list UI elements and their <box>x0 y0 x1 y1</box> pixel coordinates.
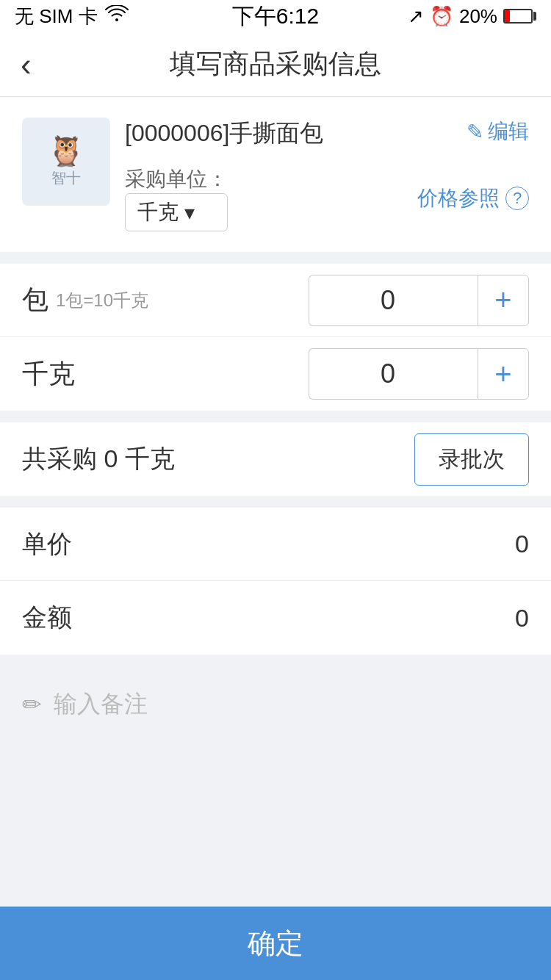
question-icon: ? <box>505 187 529 210</box>
input-label-bao: 包 <box>22 282 48 318</box>
pencil-icon: ✏ <box>22 691 42 718</box>
status-bar-left: 无 SIM 卡 <box>15 4 129 29</box>
number-input-bao: + <box>309 275 529 326</box>
carrier-label: 无 SIM 卡 <box>15 4 98 29</box>
bao-quantity-field[interactable] <box>309 275 478 326</box>
wifi-icon <box>105 5 129 28</box>
product-header: [0000006]手撕面包 ✎ 编辑 <box>125 118 529 150</box>
unit-label-wrap: 采购单位： 千克 ▾ <box>125 165 228 231</box>
product-card: 🦉 智十 [0000006]手撕面包 ✎ 编辑 采购单位： 千克 ▾ 价格参照 … <box>0 97 551 252</box>
unit-price-value: 0 <box>515 530 529 558</box>
location-icon: ↗ <box>408 5 424 28</box>
edit-label: 编辑 <box>488 118 529 145</box>
product-name: [0000006]手撕面包 <box>125 118 323 150</box>
input-row-bao: 包 1包=10千克 + <box>0 264 551 337</box>
remark-placeholder: 输入备注 <box>54 688 148 721</box>
amount-label: 金额 <box>22 601 72 635</box>
bao-plus-button[interactable]: + <box>478 275 529 326</box>
nav-bar: ‹ 填写商品采购信息 <box>0 32 551 97</box>
section-divider-1 <box>0 252 551 264</box>
status-bar-right: ↗ ⏰ 20% <box>408 5 536 28</box>
price-row-amount: 金额 0 <box>0 581 551 655</box>
page-title: 填写商品采购信息 <box>170 46 381 82</box>
status-bar: 无 SIM 卡 下午6:12 ↗ ⏰ 20% <box>0 0 551 32</box>
product-thumbnail: 🦉 智十 <box>22 118 110 206</box>
number-input-kg: + <box>309 348 529 400</box>
edit-button[interactable]: ✎ 编辑 <box>467 118 529 145</box>
section-divider-4 <box>0 655 551 666</box>
price-row-unit: 单价 0 <box>0 508 551 581</box>
section-divider-2 <box>0 411 551 422</box>
chevron-down-icon: ▾ <box>184 201 195 225</box>
unit-label: 采购单位： <box>125 167 228 190</box>
price-ref-label: 价格参照 <box>417 184 500 212</box>
remark-section[interactable]: ✏ 输入备注 <box>0 666 551 743</box>
product-info: [0000006]手撕面包 ✎ 编辑 采购单位： 千克 ▾ 价格参照 ? <box>125 118 529 231</box>
alarm-icon: ⏰ <box>430 5 453 28</box>
unit-price-label: 单价 <box>22 527 72 561</box>
amount-value: 0 <box>515 604 529 633</box>
summary-row: 共采购 0 千克 录批次 <box>0 422 551 496</box>
summary-text: 共采购 0 千克 <box>22 442 175 476</box>
back-button[interactable]: ‹ <box>21 48 32 81</box>
edit-icon: ✎ <box>467 120 483 144</box>
input-row-kg: 千克 + <box>0 337 551 411</box>
input-sub-bao: 1包=10千克 <box>56 289 148 312</box>
price-section: 单价 0 金额 0 <box>0 508 551 655</box>
price-reference-button[interactable]: 价格参照 ? <box>417 184 529 212</box>
unit-value: 千克 <box>137 198 179 226</box>
section-divider-3 <box>0 496 551 508</box>
battery-icon <box>503 9 536 24</box>
unit-select-dropdown[interactable]: 千克 ▾ <box>125 193 228 231</box>
input-section: 包 1包=10千克 + 千克 + <box>0 264 551 411</box>
product-thumb-text: 智十 <box>51 168 81 188</box>
kg-plus-button[interactable]: + <box>478 348 529 400</box>
status-bar-time: 下午6:12 <box>232 1 319 32</box>
kg-quantity-field[interactable] <box>309 348 478 400</box>
battery-percent: 20% <box>459 5 497 28</box>
product-unit-row: 采购单位： 千克 ▾ 价格参照 ? <box>125 165 529 231</box>
product-thumb-owl: 🦉 <box>48 136 84 165</box>
batch-record-button[interactable]: 录批次 <box>414 433 529 486</box>
confirm-button[interactable]: 确定 <box>0 907 551 980</box>
input-label-kg: 千克 <box>22 356 75 392</box>
